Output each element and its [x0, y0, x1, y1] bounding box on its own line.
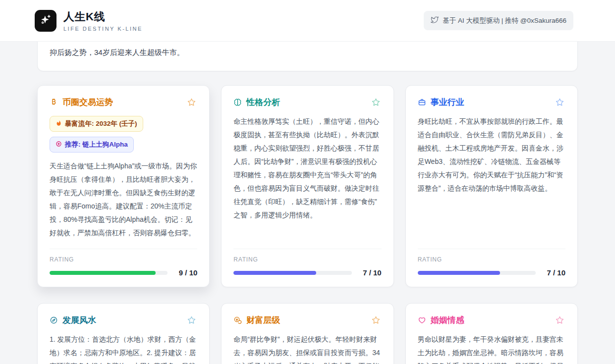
- main-content: 秀生财，喜水（财星）滋润，最忌火土耗旺。早年行木运官杀克身，压力较大；中晚年行金…: [0, 19, 615, 364]
- rating-bar-track: [50, 271, 168, 275]
- card-title: 币圈交易运势: [62, 97, 186, 108]
- rating-bar-fill: [233, 271, 316, 275]
- card-header: 事业行业: [418, 97, 565, 108]
- twitter-badge-label: 基于 AI 大模型驱动 | 推特 @0xSakura666: [443, 16, 566, 25]
- app-title: 人生K线: [63, 9, 143, 24]
- briefcase-icon: [418, 98, 426, 106]
- favorite-star-icon[interactable]: [186, 314, 197, 326]
- rating-label: RATING: [50, 256, 197, 263]
- card-tags: 暴富流年: 2032年 (壬子) 推荐: 链上土狗Alpha: [50, 116, 197, 153]
- card-body-text: 命主性格敦厚笃实（土旺），重信守诺，但内心极度固执，甚至有些执拗（比劫旺）。外表…: [233, 115, 381, 222]
- app-header: 人生K线 LIFE DESTINY K-LINE 基于 AI 大模型驱动 | 推…: [0, 0, 615, 42]
- tag-label: 暴富流年: 2032年 (壬子): [65, 119, 137, 128]
- flame-icon: [56, 120, 62, 128]
- card-title: 性格分析: [246, 97, 370, 108]
- card-tag: 推荐: 链上土狗Alpha: [50, 137, 134, 153]
- rating-label: RATING: [233, 256, 381, 263]
- card-title: 财富层级: [246, 314, 370, 326]
- rating-bar-track: [418, 271, 536, 275]
- rating-bar-fill: [50, 271, 156, 275]
- favorite-star-icon[interactable]: [370, 97, 382, 108]
- coins-icon: [233, 316, 242, 324]
- target-icon: [56, 141, 62, 149]
- rating-value: 7 / 10: [544, 268, 565, 277]
- rating-bar-track: [233, 271, 351, 275]
- cards-grid: 币圈交易运势 暴富流年: 2032年 (壬子) 推荐: 链上土狗Alpha: [37, 85, 578, 364]
- app-subtitle: LIFE DESTINY K-LINE: [63, 26, 143, 32]
- card-body-text: 男命以财星为妻，年干癸水偏财被克，且妻宫未土为比劫，婚姻宫坐忌神。暗示情路坎坷，…: [418, 333, 565, 364]
- card-body-text: 命局“群比争财”，财运起伏极大。年轻时财来财去，容易因为朋友、担保或盲目投资而亏…: [233, 333, 381, 364]
- card-header: 币圈交易运势: [50, 97, 197, 108]
- card-body-text: 1. 发展方位：首选北方（水地）求财，西方（金地）求名；忌南方和中原地区。2. …: [50, 333, 197, 364]
- card-wealth: 财富层级 命局“群比争财”，财运起伏极大。年轻时财来财去，容易因为朋友、担保或盲…: [221, 303, 393, 364]
- card-career: 事业行业 身旺比劫旺，不宜从事按部就班的行政工作。最适合自由职业、合伙生意（需防…: [405, 85, 578, 287]
- card-marriage: 婚姻情感 男命以财星为妻，年干癸水偏财被克，且妻宫未土为比劫，婚姻宫坐忌神。暗示…: [405, 303, 578, 364]
- rating-section: RATING 7 / 10: [233, 249, 381, 277]
- card-title: 事业行业: [431, 97, 554, 108]
- rating-section: RATING 7 / 10: [418, 249, 565, 277]
- favorite-star-icon[interactable]: [370, 314, 382, 326]
- card-body-text: 身旺比劫旺，不宜从事按部就班的行政工作。最适合自由职业、合伙生意（需防兄弟反目）…: [418, 115, 565, 195]
- twitter-badge[interactable]: 基于 AI 大模型驱动 | 推特 @0xSakura666: [424, 11, 573, 30]
- card-fengshui: 发展风水 1. 发展方位：首选北方（水地）求财，西方（金地）求名；忌南方和中原地…: [37, 303, 210, 364]
- card-header: 性格分析: [233, 97, 381, 108]
- compass-icon: [50, 316, 58, 324]
- tag-label: 推荐: 链上土狗Alpha: [65, 140, 128, 149]
- card-crypto-trading: 币圈交易运势 暴富流年: 2032年 (壬子) 推荐: 链上土狗Alpha: [37, 85, 210, 287]
- rating-bar-fill: [418, 271, 501, 275]
- sparkle-icon: [39, 13, 52, 28]
- rating-value: 7 / 10: [360, 268, 382, 277]
- app-logo: [35, 10, 56, 32]
- card-title: 发展风水: [62, 314, 186, 326]
- rating-value: 9 / 10: [175, 268, 197, 277]
- card-title: 婚姻情感: [431, 314, 554, 326]
- card-header: 发展风水: [50, 314, 197, 326]
- favorite-star-icon[interactable]: [554, 97, 565, 108]
- rating-label: RATING: [418, 256, 565, 263]
- card-header: 婚姻情感: [418, 314, 565, 326]
- brand: 人生K线 LIFE DESTINY K-LINE: [35, 9, 143, 32]
- heart-icon: [418, 316, 426, 324]
- favorite-star-icon[interactable]: [554, 314, 565, 326]
- card-header: 财富层级: [233, 314, 381, 326]
- card-body-text: 天生适合做“链上土狗Alpha”或一级市场。因为你身旺抗压（拿得住单），且比劫旺…: [50, 159, 197, 240]
- rating-section: RATING 9 / 10: [50, 249, 197, 277]
- card-personality: 性格分析 命主性格敦厚笃实（土旺），重信守诺，但内心极度固执，甚至有些执拗（比劫…: [221, 85, 393, 287]
- card-tag: 暴富流年: 2032年 (壬子): [50, 116, 143, 132]
- brain-icon: [233, 98, 242, 106]
- bitcoin-icon: [50, 98, 58, 106]
- twitter-icon: [431, 16, 439, 25]
- favorite-star-icon[interactable]: [186, 97, 197, 108]
